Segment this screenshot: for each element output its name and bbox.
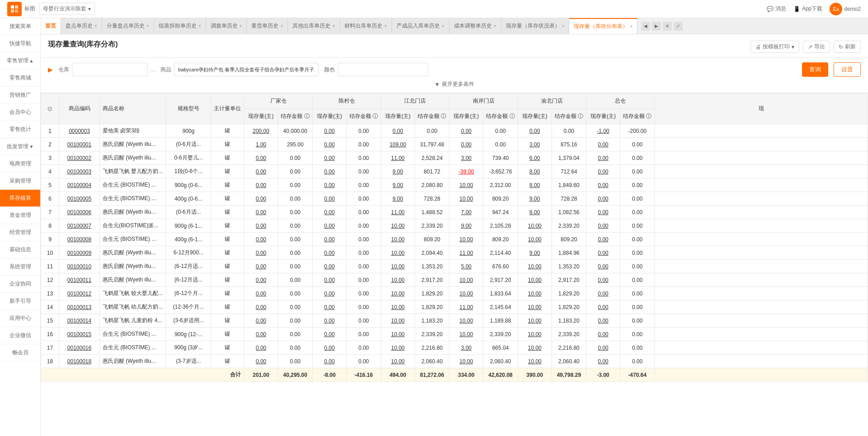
cell-unit: 罐	[211, 219, 244, 233]
sidebar-label-search: 搜索英单	[9, 23, 31, 29]
tab-close-all-btn[interactable]: ✕	[663, 22, 672, 31]
settings-icon[interactable]: ⚙	[47, 105, 53, 113]
cell-yb-qty: 0.00	[518, 124, 552, 138]
query-button[interactable]: 查询	[802, 62, 828, 77]
tab-request-close[interactable]: ×	[280, 23, 283, 28]
tab-product-in-close[interactable]: ×	[442, 23, 444, 28]
sidebar-item-retail-store[interactable]: 零售商城	[0, 70, 40, 87]
refresh-button[interactable]: ↻ 刷新	[834, 41, 861, 53]
cell-code: 00100016	[59, 341, 100, 355]
filter-warehouse: 仓库 ...	[58, 63, 155, 76]
cell-cf-amt: 0.00	[278, 192, 312, 206]
tab-transfer[interactable]: 调拨单历史 ×	[206, 18, 247, 34]
industry-select[interactable]: 母婴行业演示陈套 ▾	[39, 3, 95, 15]
sidebar-item-finance[interactable]: 资金管理	[0, 207, 40, 224]
sidebar-item-marketing[interactable]: 营销推广	[0, 87, 40, 104]
sidebar-item-purchase[interactable]: 采购管理	[0, 173, 40, 190]
tab-combo-close[interactable]: ×	[198, 23, 201, 28]
tab-stock-single-close[interactable]: ×	[94, 23, 97, 28]
sidebar-item-retail[interactable]: 零售管理 ▲	[0, 52, 40, 70]
cell-cf-qty: 0.00	[244, 165, 278, 178]
tab-prev-btn[interactable]: ◀	[641, 22, 650, 31]
cell-code: 00100014	[59, 314, 100, 328]
cell-na-qty: 3.00	[449, 341, 483, 355]
print-label: 按模板打印	[763, 43, 790, 51]
sidebar-item-weixin[interactable]: 企业微信	[0, 327, 40, 344]
cell-cc-amt: 0.00	[346, 300, 381, 314]
tab-stock-single[interactable]: 盘点单历史 ×	[61, 18, 102, 34]
sidebar-item-membership[interactable]: 畅会员	[0, 344, 40, 361]
cell-total-amt: 0.00	[620, 165, 655, 178]
sidebar-item-guide[interactable]: 新手引导	[0, 293, 40, 310]
sidebar-item-app-center[interactable]: 应用中心	[0, 310, 40, 327]
cell-seq: 17	[41, 341, 59, 355]
cell-cf-qty: 0.00	[244, 260, 278, 273]
cell-na-amt: 1,189.88	[483, 314, 518, 328]
sidebar-item-basic[interactable]: 基础信息	[0, 241, 40, 258]
app-download-action[interactable]: 📱 App下载	[793, 5, 822, 13]
th-current: 现	[655, 94, 868, 124]
cell-seq: 2	[41, 138, 59, 151]
tab-request[interactable]: 要货单历史 ×	[247, 18, 288, 34]
message-action[interactable]: 💬 消息	[767, 5, 786, 13]
export-button[interactable]: ↗ 导出	[803, 41, 830, 53]
th-cf-amt: 结存金额 ⓘ	[278, 109, 312, 124]
warehouse-input[interactable]	[72, 63, 148, 76]
tab-inventory-status[interactable]: 现存量（库存状况表） ×	[501, 18, 570, 34]
sidebar-item-member[interactable]: 会员中心	[0, 104, 40, 121]
sidebar-item-enterprise[interactable]: 企业协同	[0, 276, 40, 293]
tab-expand-btn[interactable]: ⤢	[674, 22, 683, 31]
setting-button[interactable]: 设置	[834, 62, 861, 77]
tab-other-out[interactable]: 其他出库单历史 ×	[288, 18, 340, 34]
sidebar-item-search[interactable]: 搜索英单	[0, 18, 40, 35]
tab-other-out-close[interactable]: ×	[332, 23, 335, 28]
color-input[interactable]	[338, 63, 428, 76]
sidebar-item-business[interactable]: 经营管理	[0, 224, 40, 241]
sidebar-item-wholesale[interactable]: 批发管理 ▼	[0, 138, 40, 155]
filter-collapse-icon[interactable]: ▶	[48, 66, 53, 73]
cell-name: 惠氏启醒 (Wyeth illu...	[100, 355, 166, 368]
cell-code: 00100008	[59, 233, 100, 246]
warehouse-ellipsis[interactable]: ...	[151, 66, 155, 73]
cell-na-qty: 0.00	[449, 138, 483, 151]
top-bar: 标图 母婴行业演示陈套 ▾ 💬 消息 📱 App下载 Ea demo2	[0, 0, 868, 18]
tab-inventory-dist[interactable]: 现存量（库存分布表） ×	[569, 18, 637, 34]
sidebar-item-system[interactable]: 系统管理	[0, 258, 40, 276]
goods-input[interactable]	[174, 63, 319, 76]
th-total-qty: 现存量(主)	[586, 109, 620, 124]
tab-material-out[interactable]: 材料出库单历史 ×	[340, 18, 392, 34]
tab-next-btn[interactable]: ▶	[652, 22, 661, 31]
tab-inventory-dist-close[interactable]: ×	[630, 24, 632, 29]
cell-unit: 罐	[211, 192, 244, 206]
tab-transfer-close[interactable]: ×	[240, 23, 242, 28]
cell-unit: 罐	[211, 206, 244, 219]
cell-seq: 3	[41, 151, 59, 165]
tab-material-out-close[interactable]: ×	[384, 23, 387, 28]
cell-cc-amt: 0.00	[346, 124, 381, 138]
tab-cost-adjust-close[interactable]: ×	[494, 23, 496, 28]
tab-sub-stock-close[interactable]: ×	[146, 23, 149, 28]
cell-spec: (12-36个月...	[166, 300, 211, 314]
print-button[interactable]: 🖨 按模板打印 ▾	[750, 41, 799, 53]
cell-name: 惠氏启醒 (Wyeth illu...	[100, 151, 166, 165]
cell-seq: 1	[41, 124, 59, 138]
tab-home[interactable]: 首页	[41, 18, 61, 34]
cell-cc-qty: 0.00	[312, 151, 346, 165]
expand-conditions[interactable]: ▼ 展开更多条件	[434, 80, 474, 88]
tab-inventory-status-close[interactable]: ×	[562, 23, 565, 28]
table-row: 17 00100016 合生元 (BIOSTIME) ... 900g (3岁.…	[41, 341, 868, 355]
user-action[interactable]: Ea demo2	[830, 3, 861, 15]
tab-product-in[interactable]: 产成品入库单历史 ×	[392, 18, 449, 34]
sidebar-label-inventory: 库存核算	[9, 195, 31, 201]
sidebar-item-quick-nav[interactable]: 快捷导航	[0, 35, 40, 52]
cell-name: 飞鹤星飞帆 较大婴儿配...	[100, 287, 166, 300]
tab-combo[interactable]: 组装拆卸单历史 ×	[154, 18, 206, 34]
cell-jb-qty: 109.00	[381, 138, 415, 151]
sidebar-item-inventory[interactable]: 库存核算	[0, 190, 40, 207]
tab-cost-adjust[interactable]: 成本调整单历史 ×	[449, 18, 501, 34]
cell-total-amt: 0.00	[620, 300, 655, 314]
tab-sub-stock[interactable]: 分量盘点单历史 ×	[102, 18, 154, 34]
sidebar-item-ecommerce[interactable]: 电商管理	[0, 155, 40, 173]
sidebar-item-retail-stats[interactable]: 零售统计	[0, 121, 40, 138]
tab-sub-stock-label: 分量盘点单历史	[107, 22, 145, 30]
